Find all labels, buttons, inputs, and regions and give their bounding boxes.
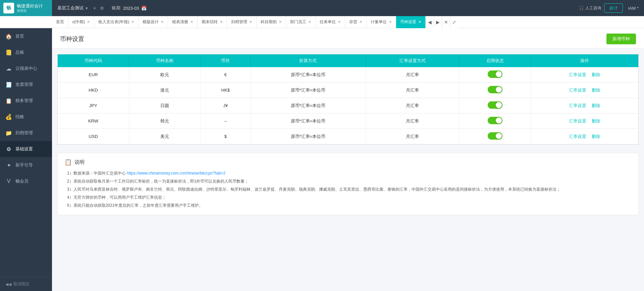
table-row: EUR欧元€原币*汇率=本位币月汇率汇率设置删除 — [58, 67, 638, 83]
tab-close-icon[interactable]: ✕ — [279, 20, 282, 24]
rate-settings-link-0[interactable]: 汇率设置 — [569, 72, 586, 77]
archive-icon: 📁 — [5, 130, 12, 136]
delete-link-3[interactable]: 删除 — [592, 118, 600, 124]
reports-icon: ☁ — [5, 65, 12, 72]
invoice-icon: 🧾 — [5, 81, 12, 88]
sidebar-item-invoice[interactable]: 🧾发票管理 — [0, 77, 52, 93]
notes-list: 1）数据来源：中国外汇交易中心 https://www.chinamoney.c… — [64, 169, 632, 209]
calendar-icon[interactable]: 📅 — [141, 6, 147, 11]
notes-header: 📋 说明 — [64, 158, 632, 166]
notes-title: 说明 — [74, 159, 85, 165]
delete-link-4[interactable]: 删除 — [592, 134, 600, 139]
tab-close-icon[interactable]: ✕ — [308, 20, 311, 24]
tab-[interactable]: 收入支出表(年报)✕ — [94, 16, 139, 28]
tab-[interactable]: 计量单位✕ — [367, 16, 396, 28]
chinamoney-link[interactable]: https://www.chinamoney.com.cn/chinese/bk… — [127, 171, 225, 176]
tab-close-icon[interactable]: ✕ — [161, 20, 164, 24]
tab-[interactable]: 归档管理✕ — [227, 16, 257, 28]
tab-close-icon[interactable]: ✕ — [338, 20, 341, 24]
org-dropdown-icon[interactable]: ▾ — [86, 6, 88, 11]
user-label[interactable]: iAM * — [626, 6, 641, 11]
sidebar-collapse-button[interactable]: ◀◀取消固定 — [0, 277, 52, 291]
cell-3-row-2: 原币*汇率=本位币 — [251, 98, 366, 113]
rate-settings-link-4[interactable]: 汇率设置 — [569, 134, 586, 139]
delete-link-2[interactable]: 删除 — [592, 103, 600, 108]
period-value: 2023-03 — [123, 6, 139, 11]
tab-[interactable]: ε(中期)✕ — [68, 16, 94, 28]
org-settings-icon[interactable]: ⚙ — [100, 6, 104, 11]
currency-table-wrapper: 币种代码币种名称币符折算方式汇率设置方式启用状态操作 EUR欧元€原币*汇率=本… — [57, 54, 639, 145]
cell-2-row-2: J¥ — [201, 98, 250, 113]
delete-link-0[interactable]: 删除 — [592, 72, 600, 77]
tab-[interactable]: 存货✕ — [345, 16, 367, 28]
tab-[interactable]: 部门员工✕ — [286, 16, 316, 28]
home-icon: 🏠 — [5, 33, 12, 40]
toggle-2[interactable] — [488, 101, 502, 109]
toggle-3[interactable] — [488, 117, 502, 124]
org-add-button[interactable]: ＋ — [92, 5, 97, 12]
tab-next-button[interactable]: ▶ — [434, 16, 442, 28]
toggle-4[interactable] — [488, 132, 502, 140]
tab-[interactable]: 期末结转✕ — [198, 16, 227, 28]
notes-section: 📋 说明 1）数据来源：中国外汇交易中心 https://www.chinamo… — [57, 153, 639, 215]
logo-line2: 旗舰版 — [17, 9, 43, 13]
cell-0-row-4: USD — [58, 129, 129, 144]
sidebar-item-ledger[interactable]: 📒总账 — [0, 44, 52, 60]
settlement-icon: 💰 — [5, 113, 12, 120]
org-name: 基层工会测试 — [57, 5, 84, 11]
tab-close-icon[interactable]: ✕ — [131, 20, 134, 24]
toggle-1[interactable] — [488, 86, 502, 93]
sidebar-item-tax[interactable]: 📋税务管理 — [0, 93, 52, 109]
sidebar-item-settings[interactable]: ⚙基础设置 — [0, 141, 52, 157]
sidebar-item-guide[interactable]: ✦新手引导 — [0, 157, 52, 173]
action-cell-row-1: 汇率设置删除 — [531, 83, 638, 98]
tab-[interactable]: 往来单位✕ — [316, 16, 345, 28]
cell-2-row-0: € — [201, 67, 250, 83]
sidebar-label-invoice: 发票管理 — [15, 82, 33, 88]
rate-settings-link-2[interactable]: 汇率设置 — [569, 103, 586, 108]
tab-close-icon[interactable]: ✕ — [220, 20, 223, 24]
settings-icon: ⚙ — [5, 146, 12, 152]
tab-close-all-button[interactable]: ✕ — [442, 16, 450, 28]
tab-[interactable]: 首页 — [52, 16, 68, 28]
tab-close-icon[interactable]: ✕ — [190, 20, 193, 24]
collapse-label: 取消固定 — [13, 281, 30, 287]
action-cell-row-0: 汇率设置删除 — [531, 67, 638, 83]
tab-expand-button[interactable]: ⤢ — [450, 16, 458, 28]
logo-text: 畅捷通好会计 旗舰版 — [17, 3, 43, 13]
tab-close-icon[interactable]: ✕ — [87, 20, 90, 24]
sidebar-item-reports[interactable]: ☁云报表中心 — [0, 60, 52, 77]
sidebar-label-settings: 基础设置 — [15, 146, 33, 152]
rate-settings-link-1[interactable]: 汇率设置 — [569, 88, 586, 93]
sidebar-item-home[interactable]: 🏠首页 — [0, 28, 52, 44]
collapse-icon: ◀◀ — [5, 282, 11, 287]
tab-close-icon[interactable]: ✕ — [249, 20, 252, 24]
tab-close-icon[interactable]: ✕ — [418, 20, 421, 24]
sidebar-item-member[interactable]: V畅会员 — [0, 173, 52, 189]
kuaiji-button[interactable]: 会计 — [604, 3, 623, 13]
col-header-币符: 币符 — [201, 54, 250, 67]
tab-[interactable]: 税表清册✕ — [168, 16, 198, 28]
rate-settings-link-3[interactable]: 汇率设置 — [569, 118, 586, 124]
col-header-启用状态: 启用状态 — [459, 54, 531, 67]
page-title: 币种设置 — [60, 35, 84, 43]
sidebar: 🏠首页📒总账☁云报表中心🧾发票管理📋税务管理💰结账📁归档管理⚙基础设置✦新手引导… — [0, 28, 52, 291]
action-cell-row-2: 汇率设置删除 — [531, 98, 638, 113]
new-currency-button[interactable]: 新增币种 — [606, 34, 636, 44]
sidebar-item-archive[interactable]: 📁归档管理 — [0, 125, 52, 141]
cell-3-row-3: 原币*汇率=本位币 — [251, 113, 366, 129]
logo-area: 畅 畅捷通好会计 旗舰版 — [0, 0, 52, 16]
cell-4-row-0: 月汇率 — [366, 67, 459, 83]
help-button[interactable]: 🎧 人工咨询 — [579, 5, 601, 11]
tab-[interactable]: 币种设置✕ — [396, 16, 426, 28]
tab-[interactable]: 科目期初✕ — [257, 16, 286, 28]
delete-link-1[interactable]: 删除 — [592, 88, 600, 93]
content-area: 币种设置 新增币种 币种代码币种名称币符折算方式汇率设置方式启用状态操作 EUR… — [52, 28, 644, 291]
cell-4-row-2: 月汇率 — [366, 98, 459, 113]
sidebar-item-settlement[interactable]: 💰结账 — [0, 109, 52, 125]
tab-close-icon[interactable]: ✕ — [359, 20, 362, 24]
tab-prev-button[interactable]: ◀ — [426, 16, 434, 28]
tab-close-icon[interactable]: ✕ — [389, 20, 392, 24]
toggle-0[interactable] — [488, 70, 502, 78]
tab-[interactable]: 模版设计✕ — [139, 16, 168, 28]
